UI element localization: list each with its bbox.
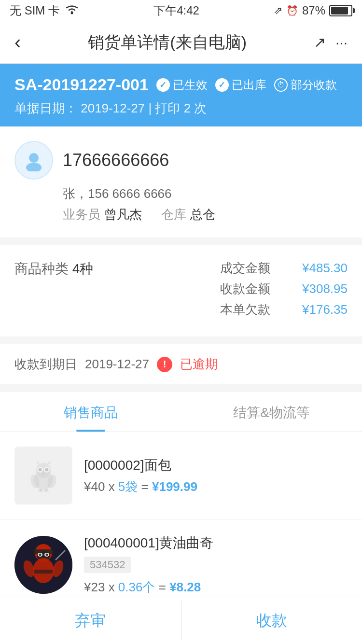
product-item: [0000002]面包 ¥40 x 5袋 = ¥199.99	[0, 432, 362, 519]
tabs-section: 销售商品 结算&物流等	[0, 392, 362, 432]
svg-point-0	[71, 12, 73, 14]
amount-value: ¥485.30	[280, 261, 348, 276]
status-time: 下午4:42	[153, 3, 199, 18]
order-id: SA-20191227-001	[14, 75, 149, 94]
nav-actions: ↗ ···	[314, 34, 348, 51]
status-shipped: ✓ 已出库	[215, 77, 266, 93]
tabs-row: 销售商品 结算&物流等	[0, 392, 362, 432]
svg-rect-29	[33, 570, 54, 574]
status-right: ⇗ ⏰ 87%	[274, 4, 352, 17]
product-1-name: [0000002]面包	[84, 456, 348, 475]
customer-section: 17666666666 张，156 6666 6666 业务员 曾凡杰 仓库 总…	[0, 126, 362, 238]
svg-point-26	[39, 554, 42, 556]
product-2-total: ¥8.28	[169, 580, 201, 594]
clock-icon: ⏱	[274, 78, 288, 92]
product-2-qty: 0.36个	[118, 580, 155, 594]
customer-row: 17666666666	[14, 141, 348, 180]
wifi-icon	[65, 4, 79, 17]
customer-detail: 张，156 6666 6666	[14, 185, 348, 202]
bottom-bar: 弃审 收款	[0, 597, 362, 644]
battery-icon	[329, 5, 352, 16]
status-effective: ✓ 已生效	[156, 77, 208, 93]
more-button[interactable]: ···	[335, 34, 348, 51]
customer-info-row: 业务员 曾凡杰 仓库 总仓	[14, 206, 348, 223]
sales-person-value: 曾凡杰	[104, 206, 142, 223]
warehouse-value: 总仓	[190, 206, 215, 223]
tab-sales-products[interactable]: 销售商品	[0, 392, 181, 432]
nav-bar: ‹ 销货单详情(来自电脑) ↗ ···	[0, 21, 362, 64]
check-icon-2: ✓	[215, 78, 229, 92]
owed-value: ¥176.35	[280, 302, 348, 317]
warehouse-label: 仓库	[161, 206, 186, 223]
status-left: 无 SIM 卡	[10, 3, 79, 18]
received-value: ¥308.95	[280, 281, 348, 296]
amounts-right: 成交金额 ¥485.30 收款金额 ¥308.95 本单欠款 ¥176.35	[220, 260, 348, 322]
product-1-total: ¥199.99	[152, 479, 197, 494]
product-2-name: [000400001]黄油曲奇	[84, 534, 348, 552]
status-bar: 无 SIM 卡 下午4:42 ⇗ ⏰ 87%	[0, 0, 362, 21]
product-types: 商品种类 4种	[14, 260, 93, 278]
share-button[interactable]: ↗	[314, 34, 326, 51]
order-status-row: SA-20191227-001 ✓ 已生效 ✓ 已出库 ⏱ 部分收款	[14, 75, 348, 94]
product-1-qty: 5袋	[118, 479, 138, 494]
carrier-label: 无 SIM 卡	[10, 3, 60, 18]
sales-person-label: 业务员	[63, 206, 100, 223]
product-2-price: ¥23 x 0.36个 = ¥8.28	[84, 579, 348, 596]
svg-point-1	[29, 153, 39, 163]
alarm-icon: ⏰	[286, 5, 298, 16]
due-date-section: 收款到期日 2019-12-27 ! 已逾期	[0, 344, 362, 384]
cancel-audit-button[interactable]: 弃审	[0, 601, 181, 641]
customer-avatar	[14, 141, 53, 180]
check-icon-1: ✓	[156, 78, 170, 92]
product-1-price: ¥40 x 5袋 = ¥199.99	[84, 478, 348, 495]
back-button[interactable]: ‹	[14, 31, 21, 53]
warehouse-item: 仓库 总仓	[161, 206, 215, 223]
product-2-thumb	[14, 536, 72, 594]
product-1-info: [0000002]面包 ¥40 x 5袋 = ¥199.99	[84, 456, 348, 495]
svg-point-2	[26, 163, 42, 171]
stats-row: 商品种类 4种 成交金额 ¥485.30 收款金额 ¥308.95 本单欠款 ¥…	[14, 260, 348, 322]
order-date-row: 单据日期： 2019-12-27 | 打印 2 次	[14, 100, 348, 117]
order-header: SA-20191227-001 ✓ 已生效 ✓ 已出库 ⏱ 部分收款 单据日期：…	[0, 64, 362, 126]
overdue-text: 已逾期	[180, 356, 218, 373]
tab-settlement[interactable]: 结算&物流等	[181, 392, 362, 432]
order-date: 2019-12-27	[81, 101, 145, 115]
amount-item: 成交金额 ¥485.30	[220, 260, 348, 277]
customer-name: 17666666666	[63, 150, 169, 170]
collect-payment-button[interactable]: 收款	[181, 601, 362, 641]
location-icon: ⇗	[274, 4, 282, 17]
due-date-label: 收款到期日	[14, 356, 77, 373]
svg-point-27	[46, 554, 48, 556]
received-item: 收款金额 ¥308.95	[220, 280, 348, 297]
overdue-icon: !	[157, 357, 172, 372]
due-date-value: 2019-12-27	[85, 357, 149, 372]
stats-section: 商品种类 4种 成交金额 ¥485.30 收款金额 ¥308.95 本单欠款 ¥…	[0, 245, 362, 336]
product-list: [0000002]面包 ¥40 x 5袋 = ¥199.99	[0, 432, 362, 611]
product-2-info: [000400001]黄油曲奇 534532 ¥23 x 0.36个 = ¥8.…	[84, 534, 348, 596]
product-1-thumb	[14, 447, 72, 504]
page-title: 销货单详情(来自电脑)	[88, 31, 247, 54]
svg-point-8	[45, 468, 49, 471]
product-count: 4种	[72, 261, 94, 276]
owed-item: 本单欠款 ¥176.35	[220, 301, 348, 318]
product-2-sku: 534532	[84, 557, 131, 573]
status-partial: ⏱ 部分收款	[274, 77, 337, 93]
sales-person-item: 业务员 曾凡杰	[63, 206, 142, 223]
svg-point-7	[39, 468, 42, 471]
battery-percent: 87%	[302, 4, 325, 17]
